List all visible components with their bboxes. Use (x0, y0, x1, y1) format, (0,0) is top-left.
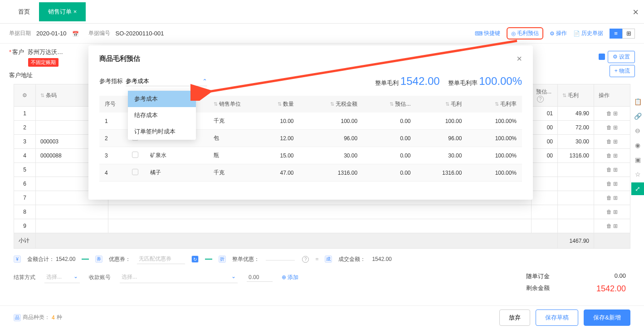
mrow-rate: 100.00% (467, 130, 522, 147)
mrow-chk[interactable] (127, 113, 145, 130)
footer-bar: 品商品种类：4种 放弃 保存草稿 保存&新增 (0, 305, 644, 329)
delete-icon[interactable] (606, 110, 612, 117)
delete-icon[interactable] (606, 138, 612, 145)
mrow-chk[interactable] (127, 130, 145, 147)
mcol-profit[interactable]: 毛利 (416, 96, 467, 113)
rail-user-icon[interactable]: ◉ (631, 139, 644, 152)
date-label: 单据日期 (9, 29, 31, 37)
subtotal-value: 1467.90 (558, 233, 594, 249)
mcol-notax[interactable]: 无税金额 (299, 96, 363, 113)
settle-method-select[interactable]: 选择... (44, 271, 80, 283)
rail-clock-icon[interactable]: ⊖ (631, 124, 644, 137)
copy-icon[interactable] (613, 223, 618, 229)
delete-icon[interactable] (606, 195, 612, 201)
copy-icon[interactable] (613, 138, 618, 145)
deal-icon: 成 (325, 255, 332, 263)
rail-link-icon[interactable]: 🔗 (631, 110, 644, 123)
shortcut-link[interactable]: ⌨快捷键 (475, 29, 500, 37)
col-gear[interactable] (14, 84, 36, 107)
calendar-small-icon[interactable] (599, 54, 605, 60)
sum-label: 金额合计： (27, 255, 54, 263)
right-rail: 📋 🔗 ⊖ ◉ ▣ ☆ ⤢ (631, 95, 644, 195)
profit-estimate-link[interactable]: ◎毛利预估 (507, 27, 543, 39)
mrow-unit: 包 (208, 130, 254, 147)
history-link[interactable]: 📄历史单据 (573, 29, 603, 37)
copy-icon[interactable] (613, 152, 618, 159)
copy-icon[interactable] (613, 110, 618, 117)
view-list-icon[interactable]: ≡ (610, 29, 622, 39)
mrow-rate: 100.00% (467, 164, 522, 182)
window-close-icon[interactable]: × (633, 6, 639, 18)
coupon-input[interactable]: 无匹配优惠券 (137, 254, 185, 264)
est-cell: 00 (532, 135, 558, 149)
copy-icon[interactable] (613, 167, 618, 173)
modal-close-icon[interactable]: × (517, 54, 522, 64)
col-profit[interactable]: 毛利 (558, 84, 594, 107)
mcol-seq[interactable]: 序号 (99, 96, 127, 113)
operate-link[interactable]: ⚙操作 (550, 29, 567, 37)
date-value[interactable]: 2020-01-10 (36, 30, 67, 37)
mrow-rate: 100.00% (467, 113, 522, 130)
copy-icon[interactable] (613, 124, 618, 131)
barcode-cell[interactable] (36, 219, 108, 233)
mrow-notax: 100.00 (299, 113, 363, 130)
save-new-button[interactable]: 保存&新增 (584, 309, 630, 326)
customer-name[interactable]: 苏州万达沃… (28, 48, 63, 56)
settle-account-label: 收款账号 (89, 274, 111, 281)
address-label: 客户地址 (9, 71, 33, 79)
close-icon[interactable]: × (73, 8, 77, 15)
tab-sales-order[interactable]: 销售订单 × (39, 2, 86, 21)
profit-cell: 30.00 (558, 135, 594, 149)
mcol-rate[interactable]: 毛利率 (467, 96, 522, 113)
mcol-qty[interactable]: 数量 (254, 96, 299, 113)
indicator-select[interactable]: ⌄ (126, 76, 207, 86)
col-est[interactable]: 预估... (532, 84, 558, 107)
copy-icon[interactable] (613, 209, 618, 215)
calendar-icon[interactable] (72, 30, 78, 37)
rail-star-icon[interactable]: ☆ (631, 168, 644, 181)
delete-icon[interactable] (606, 209, 612, 215)
row-actions (594, 135, 630, 149)
copy-icon[interactable] (613, 195, 618, 201)
rail-note-icon[interactable]: 📋 (631, 95, 644, 108)
info-bar: 单据日期 2020-01-10 单据编号 SO-20200110-001 ⌨快捷… (0, 24, 644, 44)
delete-icon[interactable] (606, 152, 612, 159)
settle-account-select[interactable]: 选择... (120, 271, 238, 283)
gear-icon: ⚙ (613, 54, 618, 60)
save-draft-button[interactable]: 保存草稿 (536, 309, 578, 326)
delete-icon[interactable] (606, 167, 612, 173)
tab-home[interactable]: 首页 (9, 2, 39, 21)
target-icon: ◎ (511, 30, 516, 37)
est-cell: 00 (532, 149, 558, 163)
deposit-value: 0.00 (615, 272, 626, 280)
mrow-chk[interactable] (127, 164, 145, 182)
copy-icon[interactable] (613, 181, 618, 187)
row-actions (594, 177, 630, 191)
delete-icon[interactable] (606, 181, 612, 187)
delete-icon[interactable] (606, 124, 612, 131)
view-card-icon[interactable]: ⊞ (622, 29, 635, 39)
mrow-qty: 15.00 (254, 147, 299, 164)
mrow-unit: 千克 (208, 113, 254, 130)
logistics-button[interactable]: + 物流 (610, 65, 635, 77)
row-actions (594, 205, 630, 219)
settings-button[interactable]: ⚙ 设置 (608, 51, 635, 63)
delete-icon[interactable] (606, 223, 612, 229)
deal-value: 1542.00 (372, 256, 391, 262)
order-disc-input[interactable] (266, 258, 295, 260)
discard-button[interactable]: 放弃 (499, 309, 530, 326)
rail-box-icon[interactable]: ▣ (631, 153, 644, 166)
row-num: 4 (14, 149, 36, 163)
kinds-count: 4 (52, 314, 55, 321)
dash-icon (205, 259, 212, 260)
help-icon[interactable] (301, 256, 309, 263)
mrow-chk[interactable] (127, 147, 145, 164)
rail-expand-icon[interactable]: ⤢ (631, 182, 644, 195)
mcol-unit[interactable]: 销售单位 (208, 96, 254, 113)
refresh-icon[interactable]: ↻ (191, 255, 199, 263)
barcode-cell[interactable] (36, 205, 108, 219)
mcol-est[interactable]: 预估... (363, 96, 416, 113)
settle-amount[interactable]: 0.00 (247, 273, 273, 282)
indicator-input[interactable] (126, 78, 185, 84)
add-settlement-button[interactable]: 添加 (282, 274, 298, 281)
